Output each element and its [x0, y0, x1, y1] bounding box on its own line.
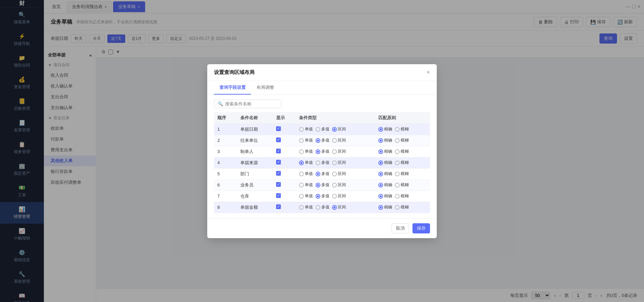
modal-tabs: 查询字段设置 布局调整: [207, 81, 437, 95]
show-checkbox[interactable]: [276, 126, 281, 131]
col-order: 顺序: [214, 112, 237, 124]
modal-tab-fields[interactable]: 查询字段设置: [214, 81, 251, 95]
match-group: 精确模糊: [378, 204, 427, 210]
row-order: 7: [214, 191, 237, 202]
match-group: 精确模糊: [378, 126, 427, 132]
radio-range[interactable]: 区间: [332, 182, 346, 188]
match-group: 精确模糊: [378, 137, 427, 143]
row-order: 2: [214, 135, 237, 146]
row-order: 8: [214, 202, 237, 213]
modal-close-button[interactable]: ×: [426, 69, 430, 76]
radio-match-exact[interactable]: 精确: [378, 126, 392, 132]
row-condition-name: 仓库: [237, 191, 273, 202]
show-checkbox[interactable]: [276, 171, 281, 176]
modal-footer: 取消 保存: [207, 218, 437, 238]
show-checkbox[interactable]: [276, 160, 281, 165]
row-condition-name: 业务员: [237, 179, 273, 191]
radio-match-exact[interactable]: 精确: [378, 182, 392, 188]
col-type: 条件类型: [296, 112, 375, 124]
radio-multi[interactable]: 多值: [316, 137, 329, 143]
match-group: 精确模糊: [378, 171, 427, 177]
radio-multi[interactable]: 多值: [316, 171, 329, 177]
radio-multi[interactable]: 多值: [316, 182, 329, 188]
radio-single[interactable]: 单值: [299, 149, 313, 154]
col-name: 条件名称: [237, 112, 273, 124]
condition-type-group: 单值多值区间: [299, 171, 372, 177]
radio-match-fuzzy[interactable]: 模糊: [395, 193, 409, 199]
row-condition-name: 制单人: [237, 146, 273, 157]
show-checkbox[interactable]: [276, 137, 281, 142]
radio-match-fuzzy[interactable]: 模糊: [395, 182, 409, 188]
radio-match-exact[interactable]: 精确: [378, 149, 392, 154]
modal-title: 设置查询区域布局: [214, 69, 254, 76]
radio-multi[interactable]: 多值: [316, 204, 329, 210]
cancel-button[interactable]: 取消: [392, 223, 409, 233]
col-show: 显示: [273, 112, 296, 124]
radio-match-exact[interactable]: 精确: [378, 160, 392, 166]
radio-match-fuzzy[interactable]: 模糊: [395, 149, 409, 154]
row-order: 6: [214, 179, 237, 191]
condition-search-box: 🔍: [214, 100, 281, 108]
row-order: 5: [214, 168, 237, 179]
radio-match-fuzzy[interactable]: 模糊: [395, 160, 409, 166]
radio-multi[interactable]: 多值: [316, 126, 329, 132]
row-condition-name: 单据日期: [237, 124, 273, 135]
match-group: 精确模糊: [378, 193, 427, 199]
search-icon2: 🔍: [218, 101, 223, 106]
radio-range[interactable]: 区间: [332, 149, 346, 154]
condition-type-group: 单值多值区间: [299, 193, 372, 199]
condition-type-group: 单值多值区间: [299, 160, 372, 166]
radio-single[interactable]: 单值: [299, 182, 313, 188]
modal-overlay: 设置查询区域布局 × 查询字段设置 布局调整 🔍 顺序 条件名称 显示: [0, 0, 644, 302]
radio-range[interactable]: 区间: [332, 171, 346, 177]
row-condition-name: 部门: [237, 168, 273, 179]
radio-match-fuzzy[interactable]: 模糊: [395, 126, 409, 132]
show-checkbox[interactable]: [276, 204, 281, 209]
condition-type-group: 单值多值区间: [299, 182, 372, 188]
row-condition-name: 单据来源: [237, 157, 273, 168]
conditions-table: 顺序 条件名称 显示 条件类型 匹配原则 1单据日期单值多值区间精确模糊2往来单…: [214, 112, 430, 213]
radio-match-exact[interactable]: 精确: [378, 204, 392, 210]
radio-match-fuzzy[interactable]: 模糊: [395, 171, 409, 177]
row-condition-name: 单据金额: [237, 202, 273, 213]
condition-type-group: 单值多值区间: [299, 149, 372, 154]
radio-range[interactable]: 区间: [332, 204, 346, 210]
radio-single[interactable]: 单值: [299, 137, 313, 143]
match-group: 精确模糊: [378, 182, 427, 188]
radio-match-exact[interactable]: 精确: [378, 137, 392, 143]
radio-range[interactable]: 区间: [332, 193, 346, 199]
col-match: 匹配原则: [375, 112, 430, 124]
radio-single[interactable]: 单值: [299, 193, 313, 199]
row-order: 1: [214, 124, 237, 135]
modal-tab-layout[interactable]: 布局调整: [251, 81, 279, 95]
radio-match-fuzzy[interactable]: 模糊: [395, 137, 409, 143]
show-checkbox[interactable]: [276, 193, 281, 198]
radio-range[interactable]: 区间: [332, 126, 346, 132]
radio-multi[interactable]: 多值: [316, 160, 329, 166]
settings-modal: 设置查询区域布局 × 查询字段设置 布局调整 🔍 顺序 条件名称 显示: [207, 64, 437, 238]
match-group: 精确模糊: [378, 160, 427, 166]
radio-range[interactable]: 区间: [332, 160, 346, 166]
row-condition-name: 备注: [237, 213, 273, 213]
modal-save-button[interactable]: 保存: [412, 223, 430, 233]
show-checkbox[interactable]: [276, 182, 281, 187]
radio-multi[interactable]: 多值: [316, 149, 329, 154]
radio-match-exact[interactable]: 精确: [378, 193, 392, 199]
radio-single[interactable]: 单值: [299, 171, 313, 177]
match-group: 精确模糊: [378, 149, 427, 154]
show-checkbox[interactable]: [276, 149, 281, 153]
radio-match-exact[interactable]: 精确: [378, 171, 392, 177]
row-condition-name: 往来单位: [237, 135, 273, 146]
conditions-table-container: 顺序 条件名称 显示 条件类型 匹配原则 1单据日期单值多值区间精确模糊2往来单…: [214, 112, 430, 213]
condition-type-group: 单值多值区间: [299, 126, 372, 132]
radio-single[interactable]: 单值: [299, 126, 313, 132]
radio-range[interactable]: 区间: [332, 137, 346, 143]
radio-single[interactable]: 单值: [299, 204, 313, 210]
row-order: 4: [214, 157, 237, 168]
radio-multi[interactable]: 多值: [316, 193, 329, 199]
condition-search-input[interactable]: [225, 101, 272, 106]
condition-type-group: 单值多值区间: [299, 137, 372, 143]
radio-single[interactable]: 单值: [299, 160, 313, 166]
radio-match-fuzzy[interactable]: 模糊: [395, 204, 409, 210]
row-order: 9: [214, 213, 237, 213]
